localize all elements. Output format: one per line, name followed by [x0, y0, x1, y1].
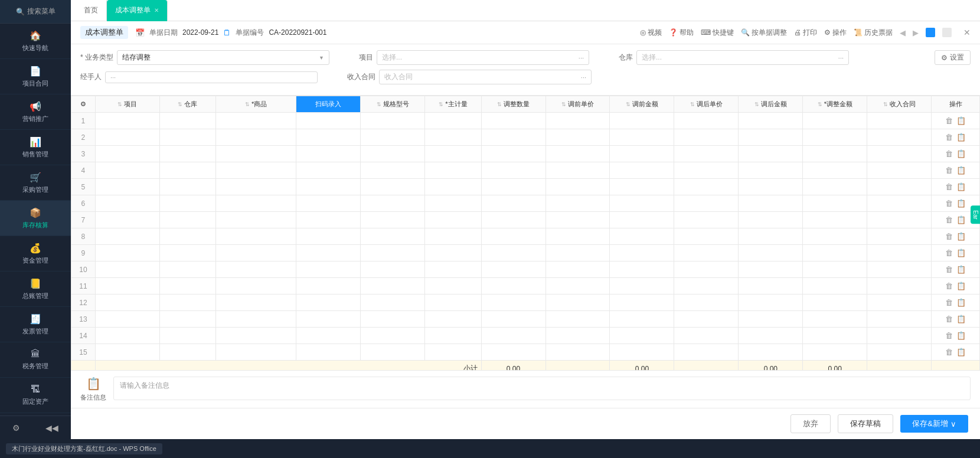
- project-input[interactable]: 选择... ···: [377, 50, 589, 65]
- cell-pre-amount[interactable]: [610, 113, 674, 129]
- cell-post-amount[interactable]: [739, 228, 803, 245]
- help-btn[interactable]: ❓帮助: [669, 28, 694, 38]
- copy-row-icon[interactable]: 📋: [956, 298, 966, 307]
- cell-adj-qty[interactable]: [481, 212, 545, 228]
- cell-income[interactable]: [867, 295, 932, 311]
- delete-row-icon[interactable]: 🗑: [945, 282, 953, 290]
- cell-project[interactable]: [95, 344, 159, 361]
- copy-row-icon[interactable]: 📋: [956, 166, 966, 175]
- delete-row-icon[interactable]: 🗑: [945, 133, 953, 142]
- taskbar-item[interactable]: 木门行业好业财处理方案-磊红红.doc - WPS Office: [6, 443, 162, 454]
- cell-adj-qty[interactable]: [481, 344, 545, 361]
- copy-row-icon[interactable]: 📋: [956, 331, 966, 340]
- cell-goods[interactable]: [216, 261, 296, 278]
- cell-adj-qty[interactable]: [481, 295, 545, 311]
- cell-scan[interactable]: [296, 245, 361, 261]
- sidebar-item-invoice[interactable]: 🧾 发票管理: [0, 307, 71, 342]
- delete-row-icon[interactable]: 🗑: [945, 199, 953, 208]
- cell-post-amount[interactable]: [739, 146, 803, 162]
- sidebar-item-project[interactable]: 📄 项目合同: [0, 59, 71, 94]
- cell-post-price[interactable]: [674, 212, 739, 228]
- tab-cost-adjust[interactable]: 成本调整单 ✕: [107, 0, 168, 21]
- close-button[interactable]: ✕: [963, 28, 971, 37]
- cell-pre-price[interactable]: [545, 129, 610, 146]
- cell-adj-amount[interactable]: [803, 295, 867, 311]
- cell-pre-price[interactable]: [545, 311, 610, 328]
- cell-goods[interactable]: [216, 195, 296, 212]
- cell-pre-price[interactable]: [545, 278, 610, 295]
- copy-row-icon[interactable]: 📋: [956, 315, 966, 323]
- cell-scan[interactable]: [296, 328, 361, 344]
- cell-warehouse[interactable]: [159, 295, 215, 311]
- cell-project[interactable]: [95, 245, 159, 261]
- cell-income[interactable]: [867, 129, 932, 146]
- cell-post-amount[interactable]: [739, 179, 803, 195]
- cell-post-amount[interactable]: [739, 328, 803, 344]
- cell-pre-amount[interactable]: [610, 212, 674, 228]
- cell-post-amount[interactable]: [739, 113, 803, 129]
- delete-row-icon[interactable]: 🗑: [945, 248, 953, 257]
- cell-pre-amount[interactable]: [610, 311, 674, 328]
- cell-post-amount[interactable]: [739, 295, 803, 311]
- cell-income[interactable]: [867, 245, 932, 261]
- cell-project[interactable]: [95, 295, 159, 311]
- cell-spec[interactable]: [361, 245, 425, 261]
- view-btn[interactable]: ◎视频: [640, 28, 662, 38]
- cell-post-amount[interactable]: [739, 261, 803, 278]
- cell-scan[interactable]: [296, 195, 361, 212]
- cell-spec[interactable]: [361, 195, 425, 212]
- sidebar-item-inventory[interactable]: 📦 库存核算: [0, 201, 71, 236]
- cell-goods[interactable]: [216, 344, 296, 361]
- cell-post-price[interactable]: [674, 195, 739, 212]
- cell-post-amount[interactable]: [739, 162, 803, 179]
- cell-adj-qty[interactable]: [481, 195, 545, 212]
- delete-row-icon[interactable]: 🗑: [945, 182, 953, 191]
- cell-spec[interactable]: [361, 295, 425, 311]
- cell-pre-amount[interactable]: [610, 228, 674, 245]
- copy-row-icon[interactable]: 📋: [956, 182, 966, 191]
- cell-scan[interactable]: [296, 162, 361, 179]
- cell-spec[interactable]: [361, 146, 425, 162]
- cell-spec[interactable]: [361, 328, 425, 344]
- delete-row-icon[interactable]: 🗑: [945, 232, 953, 241]
- cell-warehouse[interactable]: [159, 195, 215, 212]
- cell-spec[interactable]: [361, 179, 425, 195]
- cell-income[interactable]: [867, 311, 932, 328]
- view-mode-list-icon[interactable]: [942, 28, 952, 37]
- cell-pre-amount[interactable]: [610, 195, 674, 212]
- cell-unit[interactable]: [425, 245, 481, 261]
- cell-adj-amount[interactable]: [803, 311, 867, 328]
- cell-post-price[interactable]: [674, 261, 739, 278]
- cell-pre-amount[interactable]: [610, 146, 674, 162]
- cell-goods[interactable]: [216, 113, 296, 129]
- cell-goods[interactable]: [216, 179, 296, 195]
- cell-pre-price[interactable]: [545, 228, 610, 245]
- cell-pre-amount[interactable]: [610, 295, 674, 311]
- cell-spec[interactable]: [361, 311, 425, 328]
- cell-pre-price[interactable]: [545, 113, 610, 129]
- cell-spec[interactable]: [361, 212, 425, 228]
- cell-scan[interactable]: [296, 278, 361, 295]
- cell-income[interactable]: [867, 113, 932, 129]
- cell-post-price[interactable]: [674, 344, 739, 361]
- cell-income[interactable]: [867, 212, 932, 228]
- cell-project[interactable]: [95, 129, 159, 146]
- cell-post-price[interactable]: [674, 162, 739, 179]
- cell-unit[interactable]: [425, 278, 481, 295]
- cell-post-price[interactable]: [674, 179, 739, 195]
- cell-post-price[interactable]: [674, 146, 739, 162]
- cell-post-price[interactable]: [674, 129, 739, 146]
- cell-goods[interactable]: [216, 278, 296, 295]
- cell-goods[interactable]: [216, 212, 296, 228]
- abandon-button[interactable]: 放弃: [790, 414, 831, 433]
- cell-pre-amount[interactable]: [610, 162, 674, 179]
- cell-pre-price[interactable]: [545, 146, 610, 162]
- collapse-icon[interactable]: ◀◀: [45, 423, 58, 433]
- cell-goods[interactable]: [216, 228, 296, 245]
- cell-post-amount[interactable]: [739, 245, 803, 261]
- ops-btn[interactable]: ⚙操作: [824, 28, 847, 38]
- cell-unit[interactable]: [425, 311, 481, 328]
- delete-row-icon[interactable]: 🗑: [945, 348, 953, 356]
- cell-adj-amount[interactable]: [803, 113, 867, 129]
- cell-post-price[interactable]: [674, 311, 739, 328]
